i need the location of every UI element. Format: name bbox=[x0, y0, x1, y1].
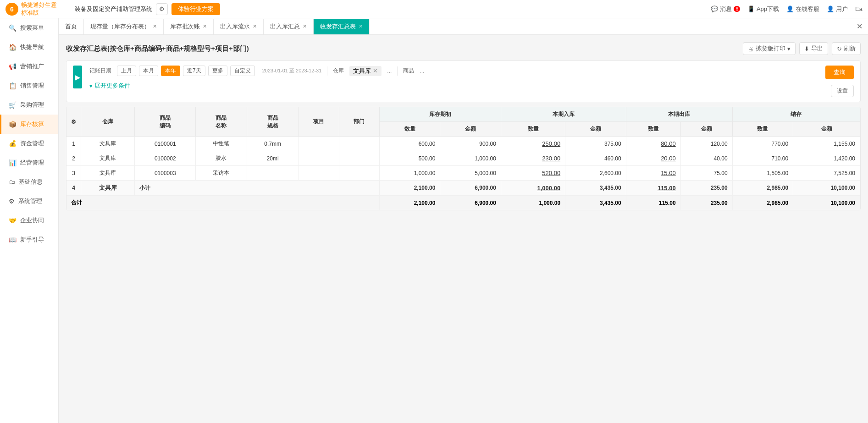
close-recv-send-summary-icon[interactable]: ✕ bbox=[359, 23, 363, 29]
th-out-amt: 金额 bbox=[680, 122, 732, 137]
filter-row-1: 记账日期 上月 本月 本年 近7天 更多 自定义 2023-01-01 至 20… bbox=[89, 66, 818, 76]
finance-icon: 💰 bbox=[9, 140, 17, 147]
tab-inout-summary[interactable]: 出入库汇总 ✕ bbox=[264, 19, 314, 34]
date-btn-this-month[interactable]: 本月 bbox=[139, 66, 158, 76]
subtotal-in-qty[interactable]: 1,000.00 bbox=[501, 181, 565, 196]
print-button[interactable]: 🖨 拣货版打印 ▾ bbox=[743, 42, 796, 55]
date-btn-more[interactable]: 更多 bbox=[208, 66, 227, 76]
warehouse-more-button[interactable]: ... bbox=[387, 68, 392, 74]
date-btn-this-year[interactable]: 本年 bbox=[161, 66, 180, 76]
row-spec: 0.7mm bbox=[247, 137, 299, 151]
online-service-button[interactable]: 👤 在线客服 bbox=[786, 5, 819, 13]
th-period-in: 本期入库 bbox=[501, 107, 626, 122]
app-download-button[interactable]: 📱 App下载 bbox=[747, 5, 779, 13]
sidebar-item-inventory[interactable]: 📦 库存核算 bbox=[0, 115, 58, 134]
refresh-button[interactable]: ↻ 刷新 bbox=[832, 42, 861, 55]
total-bal-qty: 2,985.00 bbox=[732, 196, 793, 210]
th-bal-qty: 数量 bbox=[732, 122, 793, 137]
user-avatar[interactable]: 👤 用户 bbox=[827, 5, 848, 13]
user-ea[interactable]: Ea bbox=[855, 5, 862, 12]
row-bal-amt: 1,155.00 bbox=[793, 137, 860, 151]
system-icon: ⚙ bbox=[9, 198, 15, 205]
chevron-down-icon: ▾ bbox=[787, 45, 791, 52]
tab-inout-flow[interactable]: 出入库流水 ✕ bbox=[214, 19, 264, 34]
sidebar-item-marketing[interactable]: 📢 营销推广 bbox=[0, 57, 58, 76]
chevron-down-icon: ▾ bbox=[89, 82, 93, 89]
close-inout-flow-icon[interactable]: ✕ bbox=[253, 23, 257, 29]
message-button[interactable]: 💬 消息 6 bbox=[711, 5, 740, 13]
export-button[interactable]: ⬇ 导出 bbox=[799, 42, 828, 55]
close-inout-summary-icon[interactable]: ✕ bbox=[303, 23, 307, 29]
sidebar-label-sales: 销售管理 bbox=[20, 82, 44, 90]
sidebar-item-cooperation[interactable]: 🤝 企业协同 bbox=[0, 211, 58, 230]
tab-inventory-dist[interactable]: 现存量（库存分布表） ✕ bbox=[84, 19, 164, 34]
row-in-qty[interactable]: 230.00 bbox=[501, 151, 565, 166]
row-open-amt: 900.00 bbox=[440, 137, 501, 151]
page-title: 收发存汇总表(按仓库+商品编码+商品+规格型号+项目+部门) bbox=[66, 44, 249, 53]
sidebar-item-purchase[interactable]: 🛒 采购管理 bbox=[0, 95, 58, 115]
close-all-tabs-button[interactable]: ✕ bbox=[851, 18, 868, 34]
marketing-icon: 📢 bbox=[9, 63, 17, 70]
row-in-qty[interactable]: 250.00 bbox=[501, 137, 565, 151]
subtotal-label: 小计 bbox=[135, 181, 379, 196]
row-out-qty[interactable]: 15.00 bbox=[626, 166, 680, 181]
th-spec: 商品规格 bbox=[247, 107, 299, 137]
th-period-out: 本期出库 bbox=[626, 107, 732, 122]
sidebar-item-system[interactable]: ⚙ 系统管理 bbox=[0, 192, 58, 211]
filter-main: 记账日期 上月 本月 本年 近7天 更多 自定义 2023-01-01 至 20… bbox=[89, 66, 818, 90]
total-bal-amt: 10,100.00 bbox=[793, 196, 860, 210]
date-btn-7days[interactable]: 近7天 bbox=[183, 66, 205, 76]
expand-conditions-button[interactable]: ▾ 展开更多条件 bbox=[89, 82, 130, 90]
set-button[interactable]: 设置 bbox=[831, 85, 854, 97]
th-balance: 结存 bbox=[732, 107, 860, 122]
filter-bar: ▶ 记账日期 上月 本月 本年 近7天 更多 自定义 bbox=[66, 60, 861, 102]
sidebar-item-quicknav[interactable]: 🏠 快捷导航 bbox=[0, 38, 58, 57]
row-in-qty[interactable]: 520.00 bbox=[501, 166, 565, 181]
row-in-amt: 460.00 bbox=[565, 151, 626, 166]
date-filter-label: 记账日期 bbox=[89, 67, 111, 75]
sidebar-item-operation[interactable]: 📊 经营管理 bbox=[0, 153, 58, 172]
row-out-qty[interactable]: 20.00 bbox=[626, 151, 680, 166]
subtotal-out-qty[interactable]: 115.00 bbox=[626, 181, 680, 196]
refresh-icon: ↻ bbox=[837, 45, 842, 52]
system-gear-button[interactable]: ⚙ bbox=[156, 3, 168, 15]
warehouse-tag-close-icon[interactable]: ✕ bbox=[373, 67, 378, 74]
guide-icon: 📖 bbox=[9, 236, 17, 243]
row-bal-qty: 1,505.00 bbox=[732, 166, 793, 181]
row-dept bbox=[339, 151, 379, 166]
filter-collapse-button[interactable]: ▶ bbox=[73, 66, 82, 88]
sidebar-item-sales[interactable]: 📋 销售管理 bbox=[0, 76, 58, 95]
download-icon: 📱 bbox=[747, 5, 755, 12]
row-out-qty[interactable]: 80.00 bbox=[626, 137, 680, 151]
row-warehouse: 文具库 bbox=[81, 166, 135, 181]
sidebar-label-finance: 资金管理 bbox=[20, 139, 44, 148]
date-range-display: 2023-01-01 至 2023-12-31 bbox=[262, 67, 322, 74]
row-name: 采访本 bbox=[196, 166, 247, 181]
row-name: 中性笔 bbox=[196, 137, 247, 151]
th-bal-amt: 金额 bbox=[793, 122, 860, 137]
tab-home[interactable]: 首页 bbox=[59, 19, 84, 34]
sidebar-label-inventory: 库存核算 bbox=[20, 120, 44, 128]
row-spec bbox=[247, 166, 299, 181]
sidebar-label-basic: 基础信息 bbox=[19, 178, 43, 186]
table-row: 3 文具库 0100003 采访本 1,000.00 5,000.00 520.… bbox=[66, 166, 860, 181]
th-code: 商品编码 bbox=[135, 107, 196, 137]
tab-batch[interactable]: 库存批次账 ✕ bbox=[164, 19, 214, 34]
close-inventory-dist-icon[interactable]: ✕ bbox=[153, 23, 157, 29]
sidebar-item-search[interactable]: 🔍 搜索菜单 bbox=[0, 18, 58, 38]
tab-recv-send-summary[interactable]: 收发存汇总表 ✕ bbox=[314, 19, 370, 34]
date-btn-custom[interactable]: 自定义 bbox=[230, 66, 255, 76]
goods-more-button[interactable]: ... bbox=[420, 68, 424, 74]
date-btn-prev-month[interactable]: 上月 bbox=[117, 66, 136, 76]
trial-button[interactable]: 体验行业方案 bbox=[171, 3, 220, 15]
close-batch-icon[interactable]: ✕ bbox=[203, 23, 207, 29]
main-layout: 🔍 搜索菜单 🏠 快捷导航 📢 营销推广 📋 销售管理 🛒 采购管理 📦 库存核… bbox=[0, 18, 868, 423]
query-button[interactable]: 查询 bbox=[825, 66, 854, 79]
sidebar-item-finance[interactable]: 💰 资金管理 bbox=[0, 134, 58, 153]
th-open-qty: 数量 bbox=[379, 122, 440, 137]
message-icon: 💬 bbox=[711, 5, 718, 12]
sidebar-item-basic[interactable]: 🗂 基础信息 bbox=[0, 172, 58, 192]
row-warehouse: 文具库 bbox=[81, 151, 135, 166]
sidebar-label-guide: 新手引导 bbox=[20, 236, 44, 244]
sidebar-item-guide[interactable]: 📖 新手引导 bbox=[0, 230, 58, 249]
